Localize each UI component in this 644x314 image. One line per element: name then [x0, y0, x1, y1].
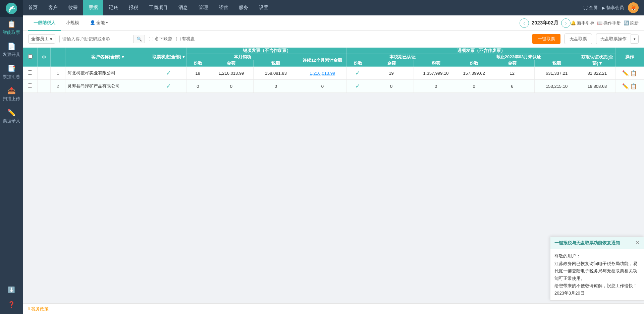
row-customer-name[interactable]: 河北柯搜桦实业有限公司 [65, 67, 150, 80]
row-pur-period-amount: 0 [414, 80, 458, 93]
fullscreen-icon: ⛶ [583, 5, 588, 10]
notification-title: 一键报税与无盘取票功能恢复通知 [554, 240, 620, 246]
vip-icon: ▶ [602, 5, 605, 10]
nav-message[interactable]: 消息 [173, 0, 193, 15]
help-icon[interactable]: ❓ [0, 299, 23, 311]
table-container: ⚙ 客户名称(全部) ▾ 取票状态(全部) ▾ 销项发票（不含作废票） [23, 47, 644, 93]
tab-all-arrow: ▾ [106, 20, 108, 25]
edit-icon[interactable]: ✏️ [622, 70, 629, 76]
logo-icon [5, 2, 17, 14]
prev-period-btn[interactable]: ‹ [520, 18, 529, 28]
nav-customer[interactable]: 客户 [43, 0, 63, 15]
tab-small[interactable]: 小规模 [61, 15, 85, 31]
settings-icon[interactable]: ⚙ [42, 55, 46, 60]
row-fetch-status: ✓ [150, 80, 187, 93]
col-sales-cumul: 连续12个月累计金额 [298, 54, 347, 67]
vip-label: 畅享会员 [606, 5, 624, 11]
download-icon[interactable]: ⬇️ [0, 284, 23, 296]
employee-select[interactable]: 全部员工 ▾ [28, 34, 55, 44]
table-row: 1 河北柯搜桦实业有限公司 ✓ 18 1,216,013.99 158,081.… [23, 67, 644, 80]
has-tax-disk-checkbox[interactable]: 有税盘 [176, 36, 195, 42]
nav-management[interactable]: 管理 [193, 0, 213, 15]
tab-all[interactable]: 👤 全能 ▾ [85, 15, 113, 31]
sidebar-item-scan-upload[interactable]: 📤 扫描上传 [0, 83, 23, 105]
no-disk-op-arrow[interactable]: ▾ [631, 35, 639, 44]
fullscreen-btn[interactable]: ⛶ 全屏 [583, 5, 598, 11]
tab-small-label: 小规模 [66, 20, 79, 26]
refresh-btn[interactable]: 🔄 刷新 [624, 20, 639, 26]
row-checkbox[interactable] [23, 67, 38, 80]
one-click-fetch-button[interactable]: 一键取票 [532, 34, 560, 44]
nav-settings[interactable]: 设置 [254, 0, 274, 15]
tab-general[interactable]: 一般纳税人 [28, 15, 61, 31]
row-pur-cut-tax: 19,808.63 [579, 80, 615, 93]
tab-general-label: 一般纳税人 [34, 20, 55, 26]
sidebar-item-data-entry[interactable]: ✏️ 票据录入 [0, 105, 23, 127]
tax-policy-link[interactable]: ℹ 税务政策 [28, 306, 49, 312]
main-content: 一般纳税人 小规模 👤 全能 ▾ ‹ 2023年02月 › 🔔 新手引导 📖 [23, 15, 644, 314]
select-all-checkbox[interactable] [28, 54, 33, 59]
sidebar-item-invoice-summary-label: 票据汇总 [3, 74, 20, 80]
notification-line: 尊敬的用户： [554, 252, 640, 260]
avatar[interactable]: 🦊 [628, 2, 639, 13]
col-pur-cut-tax: 税额 [534, 60, 579, 67]
sidebar: 📋 智能取票 📄 发票开具 📑 票据汇总 📤 扫描上传 ✏️ 票据录入 ⬇️ ❓ [0, 0, 23, 314]
edit-icon[interactable]: ✏️ [622, 83, 629, 89]
row-checkbox[interactable] [23, 80, 38, 93]
nav-finance[interactable]: 经营 [213, 0, 233, 15]
row-settings [38, 67, 51, 80]
nav-home[interactable]: 首页 [23, 0, 43, 15]
manual-btn[interactable]: 📖 操作手册 [597, 20, 621, 26]
nav-collection[interactable]: 收费 [63, 0, 83, 15]
new-guide-btn[interactable]: 🔔 新手引导 [571, 20, 594, 26]
row-pur-period-amount: 1,357,999.10 [414, 67, 458, 80]
new-guide-label: 新手引导 [577, 20, 594, 26]
manual-label: 操作手册 [603, 20, 621, 26]
col-fetch-status[interactable]: 取票状态(全部) ▾ [150, 48, 187, 67]
doc-icon[interactable]: 📋 [630, 83, 637, 89]
col-pur-period-amount: 金额 [369, 60, 414, 67]
sidebar-item-invoice-summary[interactable]: 📑 票据汇总 [0, 61, 23, 83]
col-auth-status[interactable]: 获取认证状态(全部) ▾ [579, 54, 615, 67]
nav-tax[interactable]: 报税 [123, 0, 144, 15]
row-customer-name[interactable]: 灵寿县尚泽矿产品有限公司 [65, 80, 150, 93]
employee-select-arrow: ▾ [50, 37, 52, 42]
doc-icon[interactable]: 📋 [630, 70, 637, 76]
sub-account-checkbox[interactable]: 名下账套 [149, 36, 172, 42]
vip-btn[interactable]: ▶ 畅享会员 [602, 5, 624, 11]
row-pur-period-count: 0 [369, 80, 414, 93]
smart-fetch-icon: 📋 [7, 20, 16, 28]
sidebar-item-smart-fetch[interactable]: 📋 智能取票 [0, 17, 23, 39]
row-sales-tax: 158,081.83 [254, 67, 298, 80]
sidebar-item-scan-upload-label: 扫描上传 [3, 96, 20, 102]
notification-popup: 一键报税与无盘取票功能恢复通知 ✕ 尊敬的用户：江苏政务网已恢复访问电子税务局功… [550, 237, 644, 301]
customer-name-filter-icon: ▾ [122, 54, 124, 59]
sidebar-item-invoice-open[interactable]: 📄 发票开具 [0, 39, 23, 61]
col-pur-period-tax: 税额 [414, 60, 458, 67]
no-disk-op-button[interactable]: 无盘取票操作 [596, 34, 631, 44]
no-disk-fetch-button[interactable]: 无盘取票 [565, 34, 592, 44]
row-action: ✏️ 📋 [615, 67, 644, 80]
nav-invoice[interactable]: 票据 [83, 0, 103, 15]
search-input[interactable] [60, 35, 133, 43]
has-tax-disk-check[interactable] [176, 37, 180, 41]
nav-right: ⛶ 全屏 ▶ 畅享会员 🦊 [583, 2, 644, 13]
nav-industry[interactable]: 工商项目 [144, 0, 173, 15]
scan-upload-icon: 📤 [7, 86, 16, 95]
tab-all-label: 全能 [96, 20, 105, 26]
nav-bookkeeping[interactable]: 记账 [103, 0, 123, 15]
col-pur-cut-count: 份数 [458, 60, 490, 67]
row-index: 1 [51, 67, 65, 80]
next-period-btn[interactable]: › [561, 18, 571, 28]
col-customer-name[interactable]: 客户名称(全部) ▾ [65, 48, 150, 67]
sub-account-check[interactable] [149, 37, 153, 41]
sub-account-label: 名下账套 [155, 36, 172, 42]
info-icon: ℹ [28, 306, 30, 311]
search-button[interactable]: 🔍 [133, 35, 145, 43]
notification-close[interactable]: ✕ [635, 240, 640, 246]
invoice-open-icon: 📄 [7, 42, 16, 50]
row-auth-status: ✓ [347, 67, 369, 80]
nav-service[interactable]: 服务 [233, 0, 254, 15]
row-sales-tax: 0 [254, 80, 298, 93]
tab-all-icon: 👤 [90, 20, 95, 25]
